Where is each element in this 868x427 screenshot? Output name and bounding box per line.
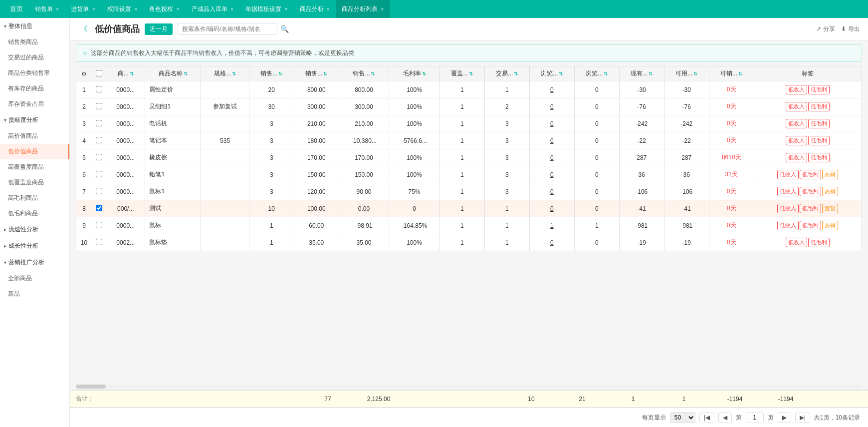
sidebar-item-high-margin[interactable]: 高毛利商品 (0, 190, 69, 206)
cell-check[interactable] (92, 200, 106, 217)
select-all-checkbox[interactable] (96, 70, 102, 76)
cell-browse1[interactable]: 0 (529, 200, 574, 217)
sidebar-item-low-value[interactable]: 低价值商品 (0, 144, 69, 159)
cell-browse2: 0 (574, 234, 619, 251)
nav-template[interactable]: 单据模板设置× (239, 0, 293, 18)
cell-check[interactable] (92, 81, 106, 98)
col-sellable[interactable]: 可销...⇅ (709, 66, 754, 81)
row-checkbox[interactable] (96, 171, 102, 177)
col-sales-amt[interactable]: 销售...⇅ (294, 66, 339, 81)
col-trade[interactable]: 交易...⇅ (484, 66, 529, 81)
col-sales-qty[interactable]: 销售...⇅ (249, 66, 294, 81)
nav-sales[interactable]: 销售单× (29, 0, 65, 18)
cell-tags: 低收入低毛利 (754, 132, 862, 149)
sidebar-group-growth[interactable]: ▸成长性分析 (0, 238, 69, 254)
col-code[interactable]: 商...⇅ (106, 66, 145, 81)
scrollbar-thumb[interactable] (76, 385, 106, 389)
first-page-btn[interactable]: |◀ (699, 413, 714, 423)
horizontal-scrollbar[interactable] (76, 385, 862, 389)
cell-browse1[interactable]: 0 (529, 183, 574, 200)
cell-index: 8 (76, 200, 92, 217)
sidebar-group-velocity[interactable]: ▸流速性分析 (0, 221, 69, 238)
cell-browse1[interactable]: 0 (529, 115, 574, 132)
cell-sales-qty: 3 (249, 149, 294, 166)
cell-check[interactable] (92, 217, 106, 234)
cell-browse1[interactable]: 0 (529, 132, 574, 149)
row-checkbox[interactable] (96, 137, 102, 143)
row-checkbox[interactable] (96, 103, 102, 109)
sidebar-item-new-products[interactable]: 新品 (0, 286, 69, 302)
row-checkbox[interactable] (96, 154, 102, 160)
col-checkbox[interactable] (92, 66, 106, 81)
row-checkbox[interactable] (96, 222, 102, 228)
cell-check[interactable] (92, 115, 106, 132)
sidebar-item-low-coverage[interactable]: 低覆盖度商品 (0, 175, 69, 190)
col-current-stock[interactable]: 现有...⇅ (619, 66, 664, 81)
cell-browse1[interactable]: 0 (529, 98, 574, 115)
filter-recent-month[interactable]: 近一月 (145, 23, 173, 35)
col-gross-rate[interactable]: 毛利率⇅ (389, 66, 440, 81)
share-button[interactable]: ↗ 分享 (816, 25, 835, 33)
cell-browse2: 0 (574, 81, 619, 98)
sidebar-group-overall[interactable]: ▾整体信息 (0, 18, 69, 34)
page-number-input[interactable] (746, 413, 764, 423)
page-size-select[interactable]: 50 100 200 (670, 412, 695, 423)
sidebar-group-contribution[interactable]: ▾贡献度分析 (0, 112, 69, 128)
cell-check[interactable] (92, 166, 106, 183)
cell-browse1[interactable]: 1 (529, 217, 574, 234)
cell-sales-amt: 180.00 (294, 132, 339, 149)
nav-home[interactable]: 首页 (4, 0, 29, 18)
cell-browse1[interactable]: 0 (529, 234, 574, 251)
nav-purchase[interactable]: 进货单× (65, 0, 101, 18)
cell-spec (201, 149, 249, 166)
cell-check[interactable] (92, 132, 106, 149)
cell-check[interactable] (92, 234, 106, 251)
nav-role[interactable]: 角色授权× (143, 0, 185, 18)
sidebar-item-sales-category[interactable]: 销售类商品 (0, 34, 69, 50)
next-page-btn[interactable]: ▶ (778, 413, 791, 423)
table-row: 10 0002... 鼠标垫 1 35.00 35.00 100% 1 1 0 … (76, 234, 862, 251)
sidebar-item-low-margin[interactable]: 低毛利商品 (0, 206, 69, 221)
search-input[interactable] (178, 23, 277, 35)
col-settings[interactable]: ⚙ (76, 66, 92, 81)
sidebar-item-traded[interactable]: 交易过的商品 (0, 50, 69, 65)
prev-page-btn[interactable]: ◀ (718, 413, 732, 423)
col-sales-x[interactable]: 销售...⇅ (339, 66, 389, 81)
col-available[interactable]: 可用...⇅ (664, 66, 709, 81)
nav-analysis-list[interactable]: 商品分析列表× (336, 0, 390, 18)
row-checkbox[interactable] (96, 120, 102, 126)
row-checkbox[interactable] (96, 188, 102, 194)
cell-index: 7 (76, 183, 92, 200)
row-checkbox[interactable] (96, 205, 102, 211)
cell-check[interactable] (92, 183, 106, 200)
sidebar-item-category-rate[interactable]: 商品分类销售率 (0, 65, 69, 81)
sidebar-item-high-value[interactable]: 高价值商品 (0, 128, 69, 144)
total-sales-qty: 77 (302, 396, 353, 403)
sidebar-group-marketing[interactable]: ▾营销推广分析 (0, 254, 69, 271)
col-spec[interactable]: 规格...⇅ (201, 66, 249, 81)
sidebar-item-stock-fund[interactable]: 库存资金占用 (0, 96, 69, 112)
sidebar-item-has-stock[interactable]: 有库存的商品 (0, 81, 69, 96)
sidebar-item-all-products[interactable]: 全部商品 (0, 271, 69, 286)
cell-browse1[interactable]: 0 (529, 149, 574, 166)
cell-browse1[interactable]: 0 (529, 81, 574, 98)
col-browse2[interactable]: 浏览...⇅ (574, 66, 619, 81)
search-button[interactable]: 🔍 (280, 25, 289, 33)
export-button[interactable]: ⬇ 导出 (841, 25, 860, 33)
cell-check[interactable] (92, 98, 106, 115)
nav-product-in[interactable]: 产成品入库单× (186, 0, 239, 18)
collapse-sidebar-btn[interactable]: 《 (78, 24, 90, 34)
nav-analysis[interactable]: 商品分析× (294, 0, 336, 18)
nav-permission[interactable]: 权限设置× (101, 0, 143, 18)
sidebar-item-high-coverage[interactable]: 高覆盖度商品 (0, 159, 69, 175)
tag: 热销 (822, 221, 838, 230)
row-checkbox[interactable] (96, 86, 102, 92)
last-page-btn[interactable]: ▶| (795, 413, 810, 423)
col-browse1[interactable]: 浏览...⇅ (529, 66, 574, 81)
cell-browse1[interactable]: 0 (529, 166, 574, 183)
total-spacer3 (201, 396, 251, 403)
cell-check[interactable] (92, 149, 106, 166)
col-name[interactable]: 商品名称⇅ (145, 66, 201, 81)
col-coverage[interactable]: 覆盖...⇅ (439, 66, 484, 81)
row-checkbox[interactable] (96, 239, 102, 245)
